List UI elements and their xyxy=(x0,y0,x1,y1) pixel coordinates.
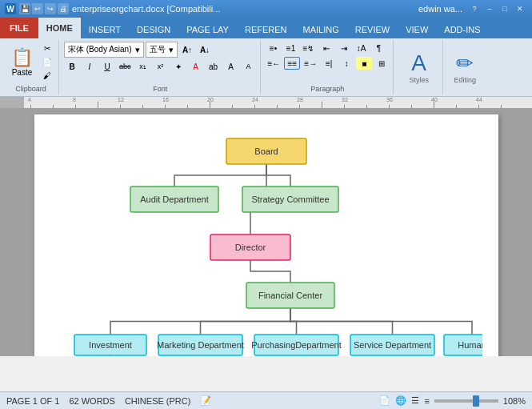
app-icon: W xyxy=(5,3,16,14)
styles-icon: A xyxy=(411,50,426,76)
zoom-thumb[interactable] xyxy=(473,395,479,407)
font-family-selector[interactable]: 宋体 (Body Asian) ▾ xyxy=(64,42,144,58)
font-size-dropdown[interactable]: ▾ xyxy=(169,45,174,55)
tab-mailing[interactable]: MAILING xyxy=(295,21,347,38)
shading-button[interactable]: ■ xyxy=(356,57,372,70)
tab-insert[interactable]: INSERT xyxy=(81,21,129,38)
svg-text:Director: Director xyxy=(234,243,266,252)
font-color-button[interactable]: A xyxy=(188,60,204,73)
zoom-track xyxy=(434,399,498,403)
minimize-btn[interactable]: – xyxy=(482,3,497,14)
paste-button[interactable]: 📋 Paste xyxy=(6,42,38,82)
font-size-value: 五号 xyxy=(150,44,166,55)
editing-group: ✏ Editing xyxy=(445,40,485,94)
font-group: 宋体 (Body Asian) ▾ 五号 ▾ A↑ A↓ B I U abc x… xyxy=(61,40,261,94)
ribbon-tabs: FILE HOME INSERT DESIGN PAGE LAY REFEREN… xyxy=(0,18,532,38)
view-draft-btn[interactable]: ≡ xyxy=(424,396,429,406)
numbering-button[interactable]: ≡1 xyxy=(283,42,299,54)
zoom-slider[interactable] xyxy=(434,399,498,403)
paste-label: Paste xyxy=(12,68,33,77)
tab-file[interactable]: FILE xyxy=(0,18,38,38)
highlight-button[interactable]: ab xyxy=(206,60,222,73)
justify-button[interactable]: ≡| xyxy=(321,57,337,70)
paste-icon: 📋 xyxy=(11,47,33,68)
title-bar: W 💾 ↩ ↪ 🖨 enterpriseorgchart.docx [Compa… xyxy=(0,0,532,18)
undo-icon[interactable]: ↩ xyxy=(32,3,43,14)
paragraph-label: Paragraph xyxy=(310,83,344,93)
strikethrough-button[interactable]: abc xyxy=(117,60,134,73)
tab-addins[interactable]: ADD-INS xyxy=(436,21,488,38)
clipboard-label: Clipboard xyxy=(15,83,46,93)
formatting-row: B I U abc x₁ x² ✦ A ab A A xyxy=(64,60,257,73)
bullets-button[interactable]: ≡• xyxy=(266,42,282,54)
multilevel-button[interactable]: ≡↯ xyxy=(301,42,317,54)
increase-indent-button[interactable]: ⇥ xyxy=(336,42,352,54)
superscript-button[interactable]: x² xyxy=(153,60,169,73)
document-page: BoardAudit DepartmentStrategy CommitteeD… xyxy=(34,114,498,356)
view-outline-btn[interactable]: ☰ xyxy=(411,395,419,406)
svg-text:Strategy Committee: Strategy Committee xyxy=(251,194,329,204)
font-size-selector[interactable]: 五号 ▾ xyxy=(146,42,178,58)
tab-references[interactable]: REFEREN xyxy=(237,21,295,38)
font-label: Font xyxy=(153,83,167,93)
font-increase-button[interactable]: A↑ xyxy=(179,43,195,56)
svg-text:Financial Center: Financial Center xyxy=(258,291,322,300)
line-spacing-button[interactable]: ↕ xyxy=(338,57,354,70)
help-btn[interactable]: ? xyxy=(467,3,482,14)
close-btn[interactable]: ✕ xyxy=(513,3,527,14)
styles-group: A Styles xyxy=(395,40,443,94)
font-size-big[interactable]: A xyxy=(223,60,239,73)
language-icon: 📝 xyxy=(200,395,211,406)
font-size-small[interactable]: A xyxy=(241,60,257,73)
document-area: BoardAudit DepartmentStrategy CommitteeD… xyxy=(0,108,532,356)
align-left-button[interactable]: ≡← xyxy=(266,57,283,70)
zoom-level: 108% xyxy=(503,396,526,406)
language: CHINESE (PRC) xyxy=(125,396,191,406)
ribbon-toolbar: 📋 Paste ✂ 📄 🖌 Clipboard 宋体 (Body Asian) … xyxy=(0,38,532,97)
ruler-ticks: 48121620242832364044 xyxy=(24,97,532,108)
view-print-btn[interactable]: 📄 xyxy=(379,395,390,406)
ruler-container: 48121620242832364044 xyxy=(0,97,532,108)
ruler-margin-left xyxy=(0,97,24,108)
print-icon[interactable]: 🖨 xyxy=(58,3,69,14)
save-icon[interactable]: 💾 xyxy=(19,3,30,14)
svg-text:Audit Department: Audit Department xyxy=(140,194,209,204)
font-family-dropdown[interactable]: ▾ xyxy=(135,45,140,55)
format-painter-button[interactable]: 🖌 xyxy=(39,69,55,82)
copy-button[interactable]: 📄 xyxy=(39,55,55,68)
tab-design[interactable]: DESIGN xyxy=(129,21,178,38)
editing-label: Editing xyxy=(454,76,476,84)
quick-access-toolbar: 💾 ↩ ↪ 🖨 xyxy=(19,3,69,14)
view-web-btn[interactable]: 🌐 xyxy=(395,395,406,406)
borders-button[interactable]: ⊞ xyxy=(374,57,390,70)
maximize-btn[interactable]: □ xyxy=(498,3,512,14)
tab-home[interactable]: HOME xyxy=(38,18,81,38)
sort-button[interactable]: ↕A xyxy=(354,42,370,54)
align-right-button[interactable]: ≡→ xyxy=(302,57,319,70)
redo-icon[interactable]: ↪ xyxy=(45,3,56,14)
document-title: enterpriseorgchart.docx [Compatibili... xyxy=(72,4,220,14)
show-marks-button[interactable]: ¶ xyxy=(371,42,387,54)
tab-pagelayout[interactable]: PAGE LAY xyxy=(178,21,237,38)
tab-view[interactable]: VIEW xyxy=(398,21,436,38)
page-info: PAGE 1 OF 1 xyxy=(6,396,59,406)
subscript-button[interactable]: x₁ xyxy=(135,60,151,73)
clipboard-group: 📋 Paste ✂ 📄 🖌 Clipboard xyxy=(3,40,59,94)
editing-icon: ✏ xyxy=(456,51,474,76)
underline-button[interactable]: U xyxy=(99,60,115,73)
font-family-value: 宋体 (Body Asian) xyxy=(68,44,131,55)
font-decrease-button[interactable]: A↓ xyxy=(197,43,213,56)
tab-review[interactable]: REVIEW xyxy=(347,21,398,38)
styles-label: Styles xyxy=(409,76,429,84)
italic-button[interactable]: I xyxy=(82,60,98,73)
cut-button[interactable]: ✂ xyxy=(39,42,55,54)
bold-button[interactable]: B xyxy=(64,60,80,73)
align-center-button[interactable]: ≡≡ xyxy=(284,57,300,70)
user-info: edwin wa... xyxy=(418,4,462,14)
clear-format-button[interactable]: ✦ xyxy=(170,60,186,73)
decrease-indent-button[interactable]: ⇤ xyxy=(318,42,334,54)
paragraph-group: ≡• ≡1 ≡↯ ⇤ ⇥ ↕A ¶ ≡← ≡≡ ≡→ ≡| ↕ ■ ⊞ Para… xyxy=(262,40,394,94)
svg-text:PurchasingDepartment: PurchasingDepartment xyxy=(251,340,342,350)
status-bar: PAGE 1 OF 1 62 WORDS CHINESE (PRC) 📝 📄 🌐… xyxy=(0,391,532,409)
svg-text:Human: Human xyxy=(458,340,482,350)
